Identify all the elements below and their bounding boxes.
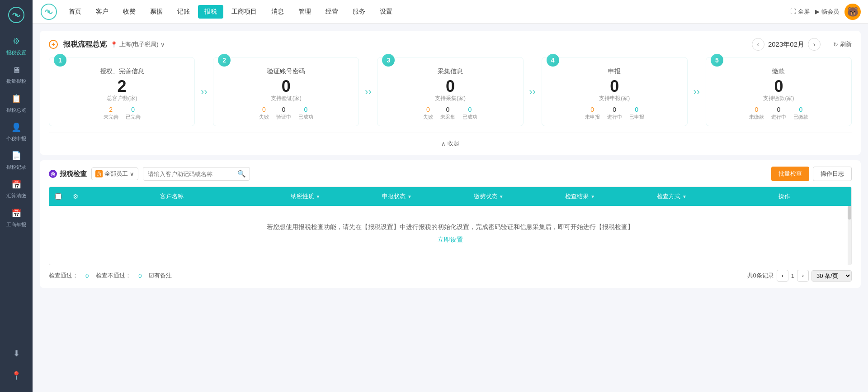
operation-log-btn[interactable]: 操作日志: [813, 167, 852, 181]
topnav-logo: [40, 3, 58, 21]
sidebar-item-location[interactable]: 📍: [0, 365, 33, 387]
filter-icon-tax-nature[interactable]: ▼: [316, 194, 321, 199]
main-area: 首页 客户 收费 票据 记账 报税 工商项目 消息 管理 经营 服务 设置 ⛶ …: [33, 0, 868, 392]
th-check-method: 检查方式 ▼: [626, 192, 718, 201]
table-header: ⚙ 客户名称 纳税性质 ▼ 申报状态 ▼ 缴费状态 ▼: [49, 187, 851, 206]
employee-filter[interactable]: 员 全部员工 ∨: [91, 167, 138, 180]
arrow-icon-3: ››: [529, 86, 536, 98]
stat-4-2: 0 进行中: [607, 106, 622, 120]
fullscreen-btn[interactable]: ⛶ 全屏: [790, 8, 810, 16]
table-body: 若您想使用报税检查功能，请先在【报税设置】中进行报税的初始化设置，完成密码验证和…: [49, 206, 851, 260]
location-pin-icon: 📍: [110, 41, 118, 48]
refresh-btn[interactable]: ↻ 刷新: [833, 40, 852, 48]
stat-2-3: 0 已成功: [298, 106, 313, 120]
table-footer: 检查通过： 0 检查不通过： 0 ☑有备注 共0条记录 ‹ 1 › 30 条/页…: [49, 270, 852, 282]
topnav-right: ⛶ 全屏 ▶ 畅会员 🐻: [790, 4, 861, 20]
nav-item-business[interactable]: 工商项目: [225, 5, 263, 19]
filter-icon-fee[interactable]: ▼: [499, 194, 504, 199]
nav-item-home[interactable]: 首页: [62, 5, 88, 19]
vip-btn[interactable]: ▶ 畅会员: [815, 8, 839, 16]
check-header-right: 批量检查 操作日志: [771, 167, 852, 181]
filter-icon-method[interactable]: ▼: [682, 194, 687, 199]
page-num: 1: [791, 272, 794, 279]
nav-items: 首页 客户 收费 票据 记账 报税 工商项目 消息 管理 经营 服务 设置: [62, 5, 790, 19]
nav-item-invoices[interactable]: 票据: [144, 5, 169, 19]
stat-4-3: 0 已申报: [629, 106, 644, 120]
nav-item-services[interactable]: 服务: [346, 5, 372, 19]
filter-icon-declare[interactable]: ▼: [407, 194, 412, 199]
nav-item-operations[interactable]: 经营: [319, 5, 344, 19]
scrollbar-thumb[interactable]: [848, 206, 851, 220]
check-title-icon: ◎: [49, 170, 57, 178]
sidebar: ⚙ 报税设置 🖥 批量报税 📋 报税总览 👤 个税申报 📄 报税记录 📅 汇算清…: [0, 0, 33, 392]
sidebar-item-download[interactable]: ⬇: [0, 343, 33, 365]
th-tax-nature: 纳税性质 ▼: [259, 192, 351, 201]
tax-records-icon: 📄: [10, 150, 23, 163]
prev-page-btn[interactable]: ‹: [777, 270, 788, 282]
setup-link[interactable]: 立即设置: [438, 233, 463, 246]
nav-item-tax[interactable]: 报税: [198, 5, 223, 19]
card-num-2: 2: [218, 54, 231, 67]
table-scroll: 若您想使用报税检查功能，请先在【报税设置】中进行报税的初始化设置，完成密码验证和…: [49, 206, 851, 265]
check-section: ◎ 报税检查 员 全部员工 ∨ 🔍 批量检查 操作日志: [40, 160, 861, 288]
location-tag[interactable]: 📍 上海(电子税局) ∨: [110, 40, 165, 48]
month-nav: ‹ 2023年02月 ›: [752, 38, 821, 51]
select-all-checkbox[interactable]: [55, 193, 61, 200]
fail-num[interactable]: 0: [138, 272, 142, 279]
flow-card-4: 4 申报 0 支持申报(家) 0 未申报 0 进行中: [542, 57, 688, 126]
pass-num[interactable]: 0: [85, 272, 89, 279]
sidebar-item-tax-settings[interactable]: ⚙ 报税设置: [0, 31, 33, 59]
flow-cards: 1 授权、完善信息 2 总客户数(家) 2 未完善 0 已完善: [49, 57, 852, 126]
nav-item-settings[interactable]: 设置: [373, 5, 399, 19]
stat-2-1: 0 失败: [259, 106, 269, 120]
refresh-icon: ↻: [833, 41, 838, 48]
sidebar-item-batch-tax[interactable]: 🖥 批量报税: [0, 59, 33, 88]
nav-item-clients[interactable]: 客户: [90, 5, 115, 19]
next-page-btn[interactable]: ›: [797, 270, 809, 282]
download-icon: ⬇: [10, 348, 23, 360]
sidebar-item-annual-report[interactable]: 📅 工商年报: [0, 203, 33, 231]
arrow-icon-2: ››: [365, 86, 372, 98]
avatar[interactable]: 🐻: [844, 4, 861, 20]
sidebar-item-personal-tax[interactable]: 👤 个税申报: [0, 117, 33, 145]
tax-settings-icon: ⚙: [10, 35, 23, 48]
nav-item-fees[interactable]: 收费: [117, 5, 142, 19]
card-stats-1: 2 未完善 0 已完善: [57, 106, 187, 120]
batch-check-btn[interactable]: 批量检查: [771, 167, 809, 181]
pass-label: 检查通过：: [49, 272, 78, 280]
nav-item-accounting[interactable]: 记账: [171, 5, 196, 19]
sidebar-item-tax-records[interactable]: 📄 报税记录: [0, 145, 33, 174]
stat-2-2: 0 验证中: [276, 106, 291, 120]
prev-month-btn[interactable]: ‹: [752, 38, 764, 51]
card-title-2: 验证账号密码: [221, 67, 351, 76]
nav-item-messages[interactable]: 消息: [265, 5, 290, 19]
flow-section: + 报税流程总览 📍 上海(电子税局) ∨ ‹ 2023年02月 › ↻ 刷新: [40, 31, 861, 155]
nav-item-management[interactable]: 管理: [292, 5, 317, 19]
flow-section-title: 报税流程总览: [63, 40, 107, 49]
flow-arrow-2: ››: [359, 86, 377, 98]
card-title-5: 缴款: [713, 67, 844, 76]
th-checkbox[interactable]: [49, 193, 67, 200]
th-settings[interactable]: ⚙: [67, 193, 84, 200]
collapse-btn[interactable]: ∧ 收起: [49, 139, 852, 148]
check-header: ◎ 报税检查 员 全部员工 ∨ 🔍 批量检查 操作日志: [49, 167, 852, 181]
card-sub-2: 支持验证(家): [221, 95, 351, 102]
footer-right: 共0条记录 ‹ 1 › 30 条/页 50 条/页 100 条/页: [747, 270, 852, 282]
card-title-3: 采集信息: [385, 67, 515, 76]
note-label: ☑有备注: [149, 272, 172, 280]
flow-arrow-3: ››: [524, 86, 542, 98]
search-btn[interactable]: 🔍: [234, 167, 250, 180]
sidebar-item-clearance[interactable]: 📅 汇算清缴: [0, 174, 33, 202]
scrollbar-track[interactable]: [848, 206, 851, 265]
th-check-result: 检查结果 ▼: [534, 192, 626, 201]
card-big-5: 0: [713, 78, 844, 95]
per-page-select[interactable]: 30 条/页 50 条/页 100 条/页: [811, 270, 852, 282]
th-declare-status: 申报状态 ▼: [351, 192, 443, 201]
th-fee-status: 缴费状态 ▼: [443, 192, 534, 201]
card-sub-3: 支持采集(家): [385, 95, 515, 102]
search-input[interactable]: [143, 168, 234, 180]
next-month-btn[interactable]: ›: [808, 38, 821, 51]
filter-icon-result[interactable]: ▼: [590, 194, 595, 199]
stat-5-1: 0 未缴款: [749, 106, 764, 120]
sidebar-item-tax-overview[interactable]: 📋 报税总览: [0, 88, 33, 117]
